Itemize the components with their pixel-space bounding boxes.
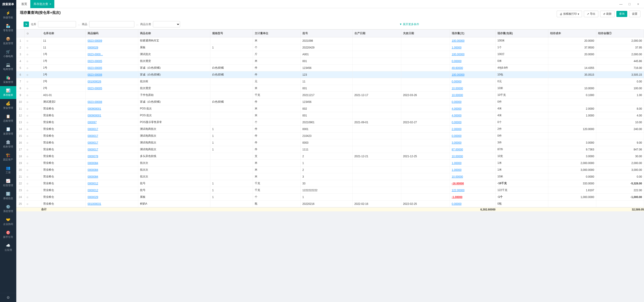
table-row[interactable]: 18 ⊙ 营业粮仓 0000078 多头异色软线 支 2 2021-12-21 … — [16, 153, 644, 160]
cell-qty-main[interactable]: 100.00000 — [450, 71, 496, 78]
sidebar-item-cloud[interactable]: ☁️ 云应用 — [0, 241, 16, 254]
sidebar-item-retail[interactable]: 🏪 零售管理 — [0, 22, 16, 35]
cell-code[interactable]: 0023-0000... — [86, 51, 138, 58]
cell-code[interactable]: 0000084 — [86, 160, 138, 167]
cell-code[interactable]: 001000026 — [86, 78, 138, 85]
cell-code[interactable]: 000900001 — [86, 105, 138, 112]
table-row[interactable]: 12 ⊙ 营业粮仓 000900001 POS 批次 米 001 4.00000… — [16, 112, 644, 119]
sidebar-settings[interactable]: ⚙ — [0, 293, 16, 302]
warehouse-input[interactable] — [38, 21, 76, 27]
table-row[interactable]: 20 ⊙ 营业粮仓 0000084 批次次 米 2 1.00000 1米 3,0… — [16, 167, 644, 173]
cell-qty-main[interactable]: 0.00000 — [450, 78, 496, 85]
product-input[interactable] — [89, 21, 134, 27]
cell-qty-main[interactable]: 0.00000 — [450, 201, 496, 208]
cell-qty-main[interactable]: 0.00000 — [450, 58, 496, 65]
table-row[interactable]: 11 ⊙ 营业粮仓 000900001 POS 批次 米 002 4.00000… — [16, 105, 644, 112]
table-row[interactable]: 3 ⊙ 1号 0023-0000... 测试批次 斤 A001 100.0000… — [16, 51, 644, 58]
sidebar-item-labor[interactable]: 👥 工资 — [0, 164, 16, 177]
sidebar-item-general-ledger[interactable]: 📋 总账管理 — [0, 112, 16, 125]
cell-code[interactable]: 0000017 — [86, 146, 138, 153]
table-row[interactable]: 9 ⊙ A01-01 子件包原始 千克 20211217 2021-12-17 … — [16, 92, 644, 99]
sidebar-item-ecom[interactable]: 💻 电商管理 — [0, 60, 16, 73]
cell-code[interactable]: 0023-00008 — [86, 71, 138, 78]
table-scroll[interactable]: ⊙ 仓库名称 商品编码 商品名称 规格型号 主计量单位 批号 生产日期 失效日期… — [16, 30, 644, 211]
sidebar-logo[interactable]: 搜索菜单 — [0, 0, 16, 9]
cell-code[interactable]: 000900001 — [86, 112, 138, 119]
cell-qty-main[interactable]: 122.00000 — [450, 187, 496, 194]
cell-qty-main[interactable]: 4.00000 — [450, 112, 496, 119]
table-row[interactable]: 25 ⊙ 营业粮仓 001000031 鲜奶A 瓶 20220216 2022-… — [16, 201, 644, 208]
cell-qty-main[interactable]: 0.00000 — [450, 132, 496, 139]
export-button[interactable]: ↗ 导出 — [584, 11, 598, 17]
cell-code[interactable]: 0000012 — [86, 187, 138, 194]
table-row[interactable]: 23 ⊙ 营业粮仓 0000012 批号 1 千克 1222222222 122… — [16, 187, 644, 194]
sidebar-item-mini-store[interactable]: 🛒 小脑电商 — [0, 47, 16, 60]
cell-code[interactable]: 0000029 — [86, 44, 138, 51]
filter-arrow-btn[interactable]: > — [24, 22, 29, 27]
cell-code[interactable]: 0000017 — [86, 139, 138, 146]
table-row[interactable]: 5 ⊙ 1号 0023-00005 富诚（白色/奶橘） 白色/奶橘 件 1234… — [16, 65, 644, 71]
cell-qty-main[interactable]: 1.00000 — [450, 160, 496, 167]
table-row[interactable]: 16 ⊙ 营业粮仓 0000017 测试电商批次 1 件 0003 3.0000… — [16, 139, 644, 146]
expand-conditions-button[interactable]: ▼ 展开更多条件 — [400, 23, 420, 26]
cell-qty-main[interactable]: 1.00000 — [450, 167, 496, 173]
refresh-button[interactable]: ↺ 刷新 — [600, 11, 614, 17]
table-row[interactable]: 15 ⊙ 营业粮仓 0000017 测试电商批次 1 件 210423 0.00… — [16, 132, 644, 139]
table-row[interactable]: 8 ⊙ 2号 0023-00005 批次透货 米 001 10.00000 10… — [16, 85, 644, 92]
cell-qty-main[interactable]: 4.00000 — [450, 105, 496, 112]
sidebar-item-purchase[interactable]: 🛍️ 采购管理 — [0, 73, 16, 86]
sidebar-item-fixed-assets[interactable]: 🏗️ 固定资产 — [0, 151, 16, 164]
table-row[interactable]: 10 ⊙ 测试透货2 0023-00008 富诚（白色/奶橘） 白色/奶橘 件 … — [16, 99, 644, 105]
sidebar-item-finance[interactable]: 💰 资金管理 — [0, 99, 16, 112]
sidebar-item-invoice[interactable]: 🧾 发票管理 — [0, 125, 16, 138]
maximize-button[interactable]: □ — [626, 0, 634, 8]
table-row[interactable]: 19 ⊙ 营业粮仓 0000084 批次次 米 1 1.00000 1米 2,0… — [16, 160, 644, 167]
table-row[interactable]: 1 ⊙ 11 0023-00009 软硬通用钩吊宝 米 2021098 100.… — [16, 37, 644, 44]
cell-code[interactable]: 0000017 — [86, 126, 138, 132]
cell-qty-main[interactable]: 87.00000 — [450, 146, 496, 153]
tab-close-icon[interactable]: × — [50, 3, 51, 6]
tab-inventory-batch[interactable]: 库存批次查 × — [30, 0, 54, 8]
cell-code[interactable]: 0000017 — [86, 132, 138, 139]
cell-code[interactable]: 0023-00005 — [86, 65, 138, 71]
table-row[interactable]: 24 ⊙ 营业粮仓 0000029 展板 1 个 1 -1.00000 -1个 … — [16, 194, 644, 201]
table-row[interactable]: 7 ⊙ 2号 001000026 批次框 元 11 0.00000 0元 0.0… — [16, 78, 644, 85]
sidebar-item-ops[interactable]: 📈 经营管理 — [0, 177, 16, 189]
query-button[interactable]: 查询 — [616, 11, 627, 17]
table-row[interactable]: 2 ⊙ 11 0000029 展板 1 个 20220429 1.00000 1… — [16, 44, 644, 51]
table-row[interactable]: 21 ⊙ 营业粮仓 0000084 批次次 米 3 10.00000 10米 0… — [16, 173, 644, 180]
minimize-button[interactable]: — — [617, 0, 625, 8]
cell-code[interactable]: 000097 — [86, 119, 138, 126]
cell-qty-main[interactable]: 10.00000 — [450, 92, 496, 99]
table-row[interactable]: 17 ⊙ 营业粮仓 0000017 测试电商批次 1 件 1111 87.000… — [16, 146, 644, 153]
cell-qty-main[interactable]: -16.00000 — [450, 180, 496, 187]
cell-code[interactable]: 0023-00005 — [86, 58, 138, 65]
sidebar-item-inventory[interactable]: 📊 库存核算 — [0, 86, 16, 99]
cell-code[interactable]: 0023-00005 — [86, 85, 138, 92]
table-row[interactable]: 4 ⊙ 1号 0023-00005 批次透货 米 001 0.00000 0米 … — [16, 58, 644, 65]
cell-qty-main[interactable]: 1.00000 — [450, 44, 496, 51]
cell-qty-main[interactable]: 0.00000 — [450, 119, 496, 126]
sidebar-item-quick-nav[interactable]: ⚡ 快捷导航 — [0, 9, 16, 22]
cell-qty-main[interactable]: 49.60000 — [450, 65, 496, 71]
cell-qty-main[interactable]: 10.00000 — [450, 85, 496, 92]
sidebar-item-wholesale[interactable]: 📦 批发管理 — [0, 35, 16, 47]
cell-qty-main[interactable]: 10.00000 — [450, 153, 496, 160]
sidebar-item-collab[interactable]: 🤝 企业协同 — [0, 215, 16, 228]
sidebar-item-tax[interactable]: 🏛️ 税务管理 — [0, 138, 16, 151]
cell-code[interactable]: 0000084 — [86, 173, 138, 180]
sidebar-item-new-user[interactable]: 🎯 新手引导 — [0, 228, 16, 241]
sidebar-item-basic-info[interactable]: ℹ️ 基础信息 — [0, 189, 16, 202]
table-row[interactable]: 13 ⊙ 营业粮仓 000097 POS显示零售异常 个 20210901 20… — [16, 119, 644, 126]
table-row[interactable]: 22 ⊙ 营业粮仓 0000012 批号 1 千克 33 -16.00000 -… — [16, 180, 644, 187]
cell-qty-main[interactable]: 100.00000 — [450, 51, 496, 58]
cell-qty-main[interactable]: 0.00000 — [450, 99, 496, 105]
cell-code[interactable] — [86, 92, 138, 99]
print-button[interactable]: 🖨 按模板打印 ▾ — [557, 11, 582, 17]
close-button[interactable]: × — [634, 0, 642, 8]
cell-code[interactable]: 0023-00008 — [86, 99, 138, 105]
table-row[interactable]: 14 ⊙ 营业粮仓 0000017 测试电商批次 1 件 0001 2.0000… — [16, 126, 644, 132]
cell-code[interactable]: 001000031 — [86, 201, 138, 208]
table-row[interactable]: 6 ⊙ 1号 0023-00008 富诚（白色/奶橘） 白色/奶橘 件 123 … — [16, 71, 644, 78]
cell-qty-main[interactable]: 100.00000 — [450, 37, 496, 44]
